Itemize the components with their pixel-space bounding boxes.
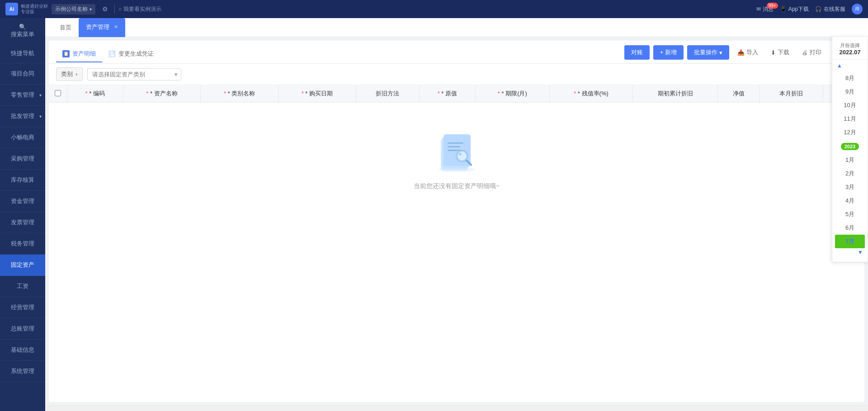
sidebar-item-payroll[interactable]: 工资 — [0, 276, 45, 297]
category-filter-label[interactable]: 类别 ▾ — [56, 67, 83, 81]
sidebar-item-retail[interactable]: 零售管理 — [0, 85, 45, 106]
app-download-button[interactable]: 📱 App下载 — [780, 5, 809, 13]
sidebar-item-invoice[interactable]: 发票管理 — [0, 212, 45, 233]
th-monthly-depreciation: 本月折旧 — [760, 85, 823, 103]
th-category: * 类别名称 — [201, 85, 278, 103]
change-voucher-icon: 📄 — [108, 50, 116, 57]
month-item-7[interactable]: 7月 — [835, 235, 865, 248]
th-checkbox — [49, 85, 67, 103]
tab-asset-management[interactable]: 资产管理 ✕ — [79, 18, 125, 37]
bottom-scroll-bar[interactable] — [45, 406, 868, 411]
messages-badge: 99+ — [767, 3, 778, 9]
month-panel-header: 月份选择 2022.07 — [832, 40, 868, 60]
sidebar-item-quick-nav[interactable]: 快捷导航 — [0, 44, 45, 63]
print-button[interactable]: 🖨 打印 — [797, 46, 826, 59]
month-item-10[interactable]: 10月 — [832, 99, 868, 112]
sidebar: 🔍 搜索菜单 快捷导航 项目合同 零售管理 批发管理 小畅电商 采购管理 库存核… — [0, 18, 45, 411]
svg-rect-5 — [448, 146, 460, 147]
sidebar-item-general-ledger[interactable]: 总账管理 — [0, 318, 45, 340]
sub-tab-change-voucher[interactable]: 📄 变更生成凭证 — [102, 47, 160, 62]
divider — [114, 5, 115, 14]
month-item-12[interactable]: 12月 — [832, 126, 868, 139]
message-icon: ✉ — [756, 6, 761, 12]
th-period: * 期限(月) — [475, 85, 549, 103]
company-name: 示例公司名称 — [55, 5, 88, 13]
empty-state: 当前您还没有固定资产明细哦~ — [49, 103, 864, 217]
assets-table: * 编码 * 资产名称 * 类别名称 * 购买日期 折旧方法 * 原值 * 期限… — [49, 85, 864, 103]
th-residual-rate: * 残值率(%) — [549, 85, 633, 103]
month-panel: 月份选择 2022.07 ▲ 8月 9月 10月 11月 12月 2023 1月… — [832, 36, 868, 262]
main-layout: 🔍 搜索菜单 快捷导航 项目合同 零售管理 批发管理 小畅电商 采购管理 库存核… — [0, 18, 868, 411]
filter-row: 类别 ▾ ▾ — [49, 64, 864, 85]
month-panel-title: 月份选择 — [836, 42, 864, 49]
svg-rect-4 — [448, 142, 463, 144]
sidebar-item-inventory[interactable]: 库存核算 — [0, 170, 45, 191]
app-name: 畅捷通好业财 专业版 — [21, 4, 48, 14]
sub-tab-asset-detail[interactable]: 📋 资产明细 — [56, 47, 102, 62]
table-header-row: * 编码 * 资产名称 * 类别名称 * 购买日期 折旧方法 * 原值 * 期限… — [49, 85, 864, 103]
category-select-wrap: ▾ — [87, 68, 181, 80]
month-item-4[interactable]: 4月 — [832, 194, 868, 208]
messages-button[interactable]: ✉ 消息 99+ — [756, 5, 774, 13]
download-button[interactable]: ⬇ 下载 — [766, 46, 794, 59]
sidebar-item-wholesale[interactable]: 批发管理 — [0, 106, 45, 127]
service-icon: 🎧 — [815, 6, 822, 12]
month-item-9[interactable]: 9月 — [832, 85, 868, 99]
sidebar-item-search[interactable]: 🔍 搜索菜单 — [0, 18, 45, 44]
tab-home[interactable]: 首页 — [52, 18, 79, 37]
table-container: * 编码 * 资产名称 * 类别名称 * 购买日期 折旧方法 * 原值 * 期限… — [49, 85, 864, 402]
batch-arrow-icon: ▾ — [719, 49, 722, 56]
reconcile-button[interactable]: 对账 — [624, 45, 650, 60]
download-icon: 📱 — [780, 6, 787, 12]
top-bar-right: ✉ 消息 99+ 📱 App下载 🎧 在线客服 用 — [756, 4, 863, 14]
month-item-3[interactable]: 3月 — [832, 180, 868, 194]
app-logo: Ai 畅捷通好业财 专业版 — [5, 3, 48, 15]
content-area: 首页 资产管理 ✕ 📋 资产明细 📄 变更生成凭证 — [45, 18, 868, 411]
month-item-6[interactable]: 6月 — [832, 221, 868, 235]
th-accumulated-depreciation: 期初累计折旧 — [633, 85, 717, 103]
month-next-icon[interactable]: ▼ — [857, 248, 864, 256]
sidebar-item-basic-info[interactable]: 基础信息 — [0, 340, 45, 361]
add-button[interactable]: + 新增 — [653, 45, 684, 60]
tab-bar: 首页 资产管理 ✕ — [45, 18, 868, 37]
tab-close-icon[interactable]: ✕ — [114, 24, 118, 30]
month-item-8[interactable]: 8月 — [832, 71, 868, 85]
sidebar-item-finance[interactable]: 资金管理 — [0, 191, 45, 212]
online-service-button[interactable]: 🎧 在线客服 — [815, 5, 845, 13]
sidebar-item-purchase[interactable]: 采购管理 — [0, 148, 45, 170]
settings-icon[interactable]: ⚙ — [99, 3, 111, 15]
month-item-5[interactable]: 5月 — [832, 208, 868, 221]
month-nav-bottom: ▼ — [832, 248, 868, 256]
th-net-value: 净值 — [717, 85, 760, 103]
th-original-value: * 原值 — [419, 85, 475, 103]
th-purchase-date: * 购买日期 — [278, 85, 356, 103]
sidebar-item-fixed-assets[interactable]: 固定资产 — [0, 255, 45, 276]
current-year-badge: 2023 — [841, 143, 859, 150]
import-button[interactable]: 📥 导入 — [733, 46, 763, 59]
sidebar-item-management[interactable]: 经营管理 — [0, 297, 45, 318]
empty-illustration — [429, 130, 484, 175]
chevron-down-icon: ▾ — [90, 7, 92, 12]
sidebar-item-tax[interactable]: 税务管理 — [0, 233, 45, 255]
month-item-1[interactable]: 1月 — [832, 153, 868, 167]
sidebar-item-system[interactable]: 系统管理 — [0, 361, 45, 382]
sidebar-item-project[interactable]: 项目合同 — [0, 63, 45, 85]
print-icon: 🖨 — [802, 49, 808, 56]
asset-detail-icon: 📋 — [62, 50, 70, 57]
top-bar-left: Ai 畅捷通好业财 专业版 示例公司名称 ▾ ⚙ ○ 我要看实例演示 — [5, 3, 756, 15]
month-item-2[interactable]: 2月 — [832, 167, 868, 180]
batch-button[interactable]: 批量操作 ▾ — [687, 45, 729, 60]
app-logo-text-ai: Ai — [9, 6, 14, 12]
select-all-checkbox[interactable] — [55, 90, 61, 96]
sidebar-item-ecommerce[interactable]: 小畅电商 — [0, 127, 45, 148]
category-select-input[interactable] — [87, 68, 181, 80]
demo-link[interactable]: ○ 我要看实例演示 — [118, 5, 161, 13]
svg-point-8 — [458, 151, 467, 161]
user-avatar[interactable]: 用 — [852, 4, 863, 14]
company-selector[interactable]: 示例公司名称 ▾ — [52, 4, 95, 14]
month-nav: ▲ — [832, 61, 868, 70]
month-prev-icon[interactable]: ▲ — [836, 61, 843, 70]
month-item-11[interactable]: 11月 — [832, 112, 868, 126]
th-depreciation-method: 折旧方法 — [356, 85, 419, 103]
import-icon: 📥 — [737, 49, 745, 56]
